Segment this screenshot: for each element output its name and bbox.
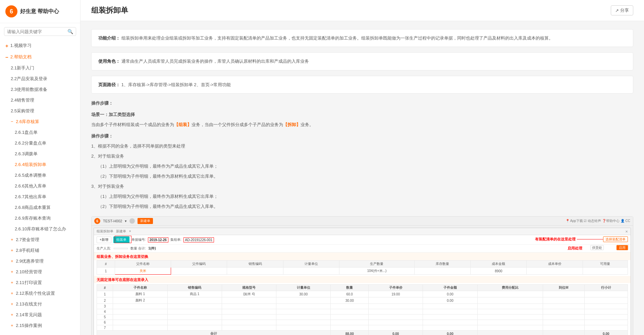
table-row: 3 <box>97 304 628 309</box>
step3-2: （2）下部明细为子件明细，最终作为产成品生成其它入库单。 <box>91 202 633 211</box>
top-table-area: # 父件名称 父件编码 销售编码 计量单位 生产数量 库存数量 成本金额 成本单… <box>94 260 631 276</box>
annotation-4: 无固定清单可在底部在这里录入 <box>97 278 148 282</box>
sidebar-item-install[interactable]: 2.2产品安装及登录 <box>0 73 80 84</box>
mock-btn-enable: 启用 <box>616 245 628 250</box>
path-text: 1、库存核算->库存管理->组装拆卸单 2、首页->常用功能 <box>121 82 231 87</box>
app-title: 好生意 帮助中心 <box>20 8 59 15</box>
step2-1: （1）上部明细为父件明细，最终作为产成品生成其它入库单； <box>91 162 633 171</box>
step2: 2、对于组装业务 <box>91 152 633 161</box>
ops-section: 操作步骤： 场景一：加工类型选择 当由多个子件材料组装成一个成品的业务为【组装】… <box>91 99 633 211</box>
sidebar-item-print[interactable]: + 2.11打印设置 <box>0 277 80 288</box>
annotation4-area: 无固定清单可在底部在这里录入 <box>94 276 631 283</box>
ops-label: 操作步骤： <box>91 99 633 108</box>
mock-bill-no: AD-20191226-001 <box>183 237 214 242</box>
mock-btn-new: +新增 <box>97 236 111 243</box>
annotation-3: 启用处理 <box>566 245 584 251</box>
step1: 1、根据不同的业务，选择不同单据的类型来处理 <box>91 142 633 151</box>
path-label: 页面路径： <box>98 82 120 87</box>
mock-btn-select-bom: 选择装配清单 <box>603 236 628 242</box>
table-row: 7 <box>97 325 628 331</box>
sidebar-item-inventory[interactable]: − 2.6库存核算 <box>0 116 80 127</box>
annotation-1: 有装配清单的在这里处理 <box>534 236 577 242</box>
sidebar-item-other-in[interactable]: 2.6.6其他入库单 <box>0 181 80 191</box>
table-row: 5 <box>97 315 628 320</box>
sidebar-item-custom[interactable]: + 2.12系统个性化设置 <box>0 288 80 299</box>
sidebar-item-other-out[interactable]: 2.6.7其他出库单 <box>0 191 80 202</box>
sidebar-item-stocktake[interactable]: 2.6.1盘点单 <box>0 127 80 138</box>
logo-area: 6 好生意 帮助中心 <box>0 0 80 23</box>
sidebar-item-stock-err[interactable]: 2.6.10库存账本错了怎么办 <box>0 224 80 234</box>
step2-2: （2）下部明细为子件明细，最终作为原材料生成其它出库单。 <box>91 172 633 181</box>
role-box: 使用角色： 通常由生产人员或库管人员完成拆装业务的操作，库管人员确认原材料的出库… <box>91 52 633 70</box>
table-row: 6 <box>97 320 628 325</box>
intro-label: 功能介绍： <box>98 36 120 41</box>
table-row: 4 <box>97 309 628 315</box>
table-row: 1 关米 104(件+米...) 8900 <box>97 268 628 275</box>
search-box[interactable]: 🔍 <box>4 27 76 36</box>
page-title: 组装拆卸单 <box>91 5 128 15</box>
sidebar-item-video[interactable]: + 1.视频学习 <box>0 40 80 51</box>
screenshot-container: 6 TEST-H002 ▾ 新建单 📍 App下载 ☑ 动态铃声 ❓帮助中心 👤… <box>91 216 633 335</box>
mock-window: 组装拆卸单 新建单 × ✕ +新增 组装单 单据编号: 2019-12-26 集… <box>94 228 631 335</box>
annotation-2: 组装业务、拆卸业务在这里切换 <box>97 255 148 259</box>
table-row: 1 颜料 1 商品 1 (如米 4) 30.00 60.0 19.00 0.00 <box>97 291 628 297</box>
sidebar-item-coupon[interactable]: + 2.9优惠券管理 <box>0 256 80 267</box>
sidebar-item-cases[interactable]: + 2.15操作案例 <box>0 320 80 331</box>
sidebar-item-label: 2.帮助文档 <box>10 54 32 60</box>
sidebar-item-goods-cost[interactable]: 2.6.8商品成本重算 <box>0 202 80 213</box>
sidebar-item-pay[interactable]: + 2.13在线支付 <box>0 299 80 310</box>
step3-1: （1）上部明细为父件明细，最终作为原材料生成其它出库单； <box>91 192 633 201</box>
sidebar-item-adjust[interactable]: 2.6.3调拨单 <box>0 149 80 159</box>
search-icon[interactable]: 🔍 <box>67 29 73 34</box>
child-table: # 子件名称 销售编码 规格型号 计量单位 数量 子件单价 子件金额 费用分配比 <box>97 284 628 335</box>
sidebar: 6 好生意 帮助中心 🔍 + 1.视频学习 − 2.帮助文档 2.1新手入门 2… <box>0 0 80 335</box>
mock-window-bar: 组装拆卸单 新建单 × ✕ <box>94 228 631 235</box>
table-row: 2 颜料 2 30.00 0.00 <box>97 297 628 304</box>
main-content-area: 组装拆卸单 ↗ 分享 功能介绍： 组装拆卸单用来处理企业组装或拆卸等加工业务，支… <box>80 0 644 335</box>
bottom-table-area: # 子件名称 销售编码 规格型号 计量单位 数量 子件单价 子件金额 费用分配比 <box>94 284 631 335</box>
share-button[interactable]: ↗ 分享 <box>611 5 633 15</box>
search-input[interactable] <box>7 29 67 34</box>
main-body: 功能介绍： 组装拆卸单用来处理企业组装或拆卸等加工业务，支持有固定装配清单的产品… <box>80 21 644 335</box>
mock-screen: 6 TEST-H002 ▾ 新建单 📍 App下载 ☑ 动态铃声 ❓帮助中心 👤… <box>92 217 633 335</box>
sidebar-item-data-prep[interactable]: 2.3使用前数据准备 <box>0 84 80 95</box>
step3: 3、对于拆装业务 <box>91 182 633 191</box>
sidebar-item-assembly[interactable]: 2.6.4组装拆卸单 <box>0 159 80 170</box>
sidebar-item-finance[interactable]: + 2.7资金管理 <box>0 234 80 245</box>
sidebar-item-faq[interactable]: + 2.14常见问题 <box>0 310 80 320</box>
mock-field-enable: 供货处 <box>590 245 604 250</box>
mock-tab: 新建单 <box>138 218 153 224</box>
path-box: 页面路径： 1、库存核算->库存管理->组装拆卸单 2、首页->常用功能 <box>91 76 633 94</box>
expand-icon: + <box>5 43 8 49</box>
intro-text: 组装拆卸单用来处理企业组装或拆卸等加工业务，支持有固定装配清单的产品加工业务，也… <box>121 36 553 41</box>
sidebar-item-cost-adjust[interactable]: 2.6.5成本调整单 <box>0 170 80 181</box>
logo-icon: 6 <box>5 5 17 17</box>
sidebar-item-partial-stock[interactable]: 2.6.2分量盘点单 <box>0 138 80 149</box>
nav-section: + 1.视频学习 − 2.帮助文档 2.1新手入门 2.2产品安装及登录 2.3… <box>0 40 80 332</box>
sidebar-item-purchase[interactable]: 2.5采购管理 <box>0 106 80 116</box>
collapse-icon: − <box>5 54 8 60</box>
mock-logo: 6 <box>94 218 100 224</box>
sidebar-item-sales[interactable]: 2.4销售管理 <box>0 95 80 106</box>
sidebar-item-ops[interactable]: + 2.10经营管理 <box>0 267 80 277</box>
intro-box: 功能介绍： 组装拆卸单用来处理企业组装或拆卸等加工业务，支持有固定装配清单的产品… <box>91 29 633 47</box>
table-footer: 合计 88.00 0.00 0.00 0.00 <box>97 331 628 335</box>
parent-table: # 父件名称 父件编码 销售编码 计量单位 生产数量 库存数量 成本金额 成本单… <box>97 260 628 275</box>
main-header: 组装拆卸单 ↗ 分享 <box>80 0 644 21</box>
sidebar-item-docs[interactable]: − 2.帮助文档 <box>0 51 80 63</box>
sidebar-item-mobile[interactable]: + 2.8手机旺铺 <box>0 245 80 256</box>
scene1-label: 场景一：加工类型选择 <box>91 110 633 119</box>
sidebar-item-label: 1.视频学习 <box>10 43 32 49</box>
ops-steps-label: 操作步骤： <box>91 132 633 141</box>
sidebar-item-stock-query[interactable]: 2.6.9库存账本查询 <box>0 213 80 224</box>
scene1-desc: 当由多个子件材料组装成一个成品的业务为【组装】业务，当由一个父件拆分成多个子产品… <box>91 120 633 129</box>
share-icon: ↗ <box>615 8 619 13</box>
mock-bill-date: 2019-12-26 <box>148 237 168 242</box>
role-label: 使用角色： <box>98 59 120 64</box>
mock-btn-type: 组装单 <box>113 236 129 243</box>
sidebar-item-new-user[interactable]: 2.1新手入门 <box>0 63 80 73</box>
mock-test-id: TEST-H002 <box>103 219 122 223</box>
role-text: 通常由生产人员或库管人员完成拆装业务的操作，库管人员确认原材料的出库和产成品的入… <box>121 59 309 64</box>
